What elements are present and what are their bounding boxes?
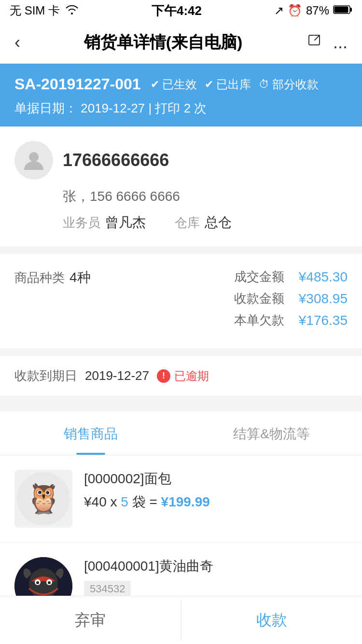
tab-sales-products[interactable]: 销售商品 <box>0 411 181 455</box>
stats-section: 商品种类 4种 成交金额 ¥485.30 收款金额 ¥308.95 本单欠款 ¥… <box>0 254 362 348</box>
deal-amount-row: 成交金额 ¥485.30 <box>234 268 348 285</box>
status-time: 下午4:42 <box>152 2 202 19</box>
overdue-badge: ! 已逾期 <box>157 368 209 384</box>
product-type-row: 商品种类 4种 <box>14 268 91 287</box>
svg-rect-2 <box>334 7 348 13</box>
product-info-1: [0000002]面包 ¥40 x 5 袋 = ¥199.99 <box>84 470 348 511</box>
clock-icon: ⏱ <box>259 78 269 91</box>
svg-text:🦉: 🦉 <box>26 481 62 516</box>
more-button[interactable]: ... <box>333 32 348 53</box>
wifi-icon <box>65 4 79 17</box>
product-item: 🦉 [0000002]面包 ¥40 x 5 袋 = ¥199.99 <box>0 455 362 543</box>
product-price-1: ¥40 x 5 袋 = ¥199.99 <box>84 493 348 511</box>
product-sku-2: 534532 <box>84 581 131 597</box>
product-thumb-1: 🦉 <box>14 470 72 528</box>
order-id: SA-20191227-001 <box>14 75 141 93</box>
overdue-icon: ! <box>157 369 170 383</box>
status-badge-2: ✔ 已出库 <box>205 77 251 92</box>
debt-amount-row: 本单欠款 ¥176.35 <box>234 312 348 329</box>
location-icon: ↗ <box>274 4 284 17</box>
page-title: 销货单详情(来自电脑) <box>84 31 243 54</box>
customer-section: 17666666666 张，156 6666 6666 业务员 曾凡杰 仓库 总… <box>0 126 362 246</box>
status-badge-1: ✔ 已生效 <box>151 77 197 92</box>
order-header: SA-20191227-001 ✔ 已生效 ✔ 已出库 ⏱ 部分收款 单据日期：… <box>0 64 362 126</box>
received-amount-row: 收款金额 ¥308.95 <box>234 290 348 307</box>
status-left: 无 SIM 卡 <box>10 3 79 18</box>
battery-icon <box>333 4 352 17</box>
bottom-bar: 弃审 收款 <box>0 596 362 644</box>
status-badge-3: ⏱ 部分收款 <box>259 77 319 92</box>
alarm-icon: ⏰ <box>288 4 302 17</box>
stats-left: 商品种类 4种 <box>14 268 91 287</box>
order-id-row: SA-20191227-001 ✔ 已生效 ✔ 已出库 ⏱ 部分收款 <box>14 75 348 93</box>
svg-point-11 <box>48 581 51 584</box>
salesperson-item: 业务员 曾凡杰 <box>63 213 146 232</box>
avatar <box>14 141 53 180</box>
confirm-button[interactable]: 收款 <box>181 600 362 641</box>
warehouse-item: 仓库 总仓 <box>175 213 232 232</box>
cancel-button[interactable]: 弃审 <box>0 600 181 641</box>
svg-rect-1 <box>350 8 352 12</box>
nav-actions: ... <box>306 31 348 53</box>
tabs-row: 销售商品 结算&物流等 <box>0 411 362 455</box>
check-icon-2: ✔ <box>205 78 213 91</box>
status-bar: 无 SIM 卡 下午4:42 ↗ ⏰ 87% <box>0 0 362 21</box>
divider <box>0 396 362 404</box>
status-badges: ✔ 已生效 ✔ 已出库 ⏱ 部分收款 <box>151 77 319 92</box>
tab-settlement[interactable]: 结算&物流等 <box>181 411 362 455</box>
product-name-1: [0000002]面包 <box>84 470 348 488</box>
customer-phone: 17666666666 <box>63 150 169 170</box>
svg-point-3 <box>29 152 39 162</box>
product-name-2: [000400001]黄油曲奇 <box>84 557 348 575</box>
stats-right: 成交金额 ¥485.30 收款金额 ¥308.95 本单欠款 ¥176.35 <box>234 268 348 334</box>
svg-point-10 <box>36 581 39 584</box>
share-button[interactable] <box>306 31 323 53</box>
customer-top: 17666666666 <box>14 141 348 180</box>
back-button[interactable]: ‹ <box>14 32 20 53</box>
order-date-row: 单据日期： 2019-12-27 | 打印 2 次 <box>14 100 348 117</box>
status-right: ↗ ⏰ 87% <box>274 4 352 17</box>
check-icon-1: ✔ <box>151 78 159 91</box>
nav-bar: ‹ 销货单详情(来自电脑) ... <box>0 21 362 64</box>
customer-name: 张，156 6666 6666 <box>14 187 348 206</box>
sim-status: 无 SIM 卡 <box>10 3 60 18</box>
due-section: 收款到期日 2019-12-27 ! 已逾期 <box>0 356 362 396</box>
battery-level: 87% <box>306 4 329 17</box>
customer-meta: 业务员 曾凡杰 仓库 总仓 <box>14 213 348 232</box>
